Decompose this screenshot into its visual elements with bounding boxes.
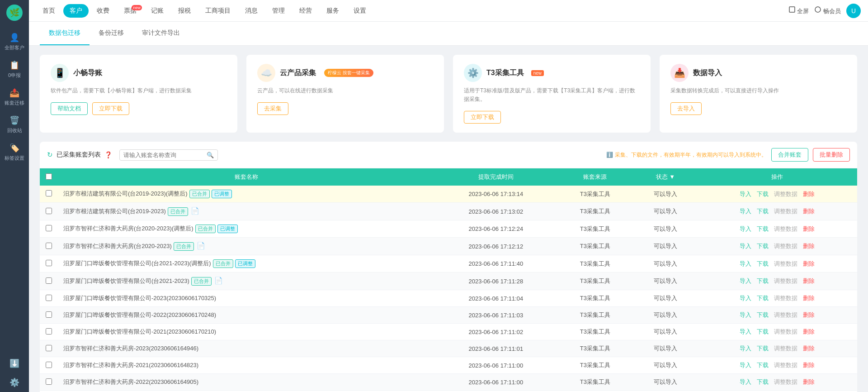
file-icon[interactable]: 📄 — [214, 277, 223, 284]
action-删除[interactable]: 删除 — [803, 344, 815, 353]
action-导入[interactable]: 导入 — [740, 242, 751, 250]
search-icon[interactable]: 🔍 — [207, 152, 214, 158]
go-import-button[interactable]: 去导入 — [670, 102, 702, 115]
action-下载[interactable]: 下载 — [757, 207, 769, 215]
sidebar-item-settings[interactable]: ⚙️ — [0, 373, 29, 392]
row-checkbox[interactable] — [46, 345, 52, 351]
search-input[interactable] — [123, 152, 205, 158]
action-调整数据[interactable]: 调整数据 — [774, 344, 797, 353]
action-下载[interactable]: 下载 — [757, 277, 769, 285]
t3-download-button[interactable]: 立即下载 — [464, 111, 501, 124]
row-checkbox[interactable] — [46, 243, 52, 249]
fullscreen-btn[interactable]: 全屏 — [788, 6, 809, 15]
action-下载[interactable]: 下载 — [757, 260, 769, 268]
action-下载[interactable]: 下载 — [757, 328, 769, 336]
nav-service[interactable]: 服务 — [320, 4, 345, 18]
sidebar-item-all-clients[interactable]: 👤 全部客户 — [0, 28, 29, 56]
action-调整数据[interactable]: 调整数据 — [774, 361, 797, 369]
action-下载[interactable]: 下载 — [757, 344, 769, 353]
action-导入[interactable]: 导入 — [740, 344, 751, 353]
action-调整数据[interactable]: 调整数据 — [774, 190, 797, 198]
merge-accounts-button[interactable]: 合并账套 — [771, 148, 808, 162]
refresh-icon[interactable]: ↻ — [47, 151, 53, 159]
action-导入[interactable]: 导入 — [740, 311, 751, 319]
action-导入[interactable]: 导入 — [740, 277, 751, 285]
file-icon[interactable]: 📄 — [191, 207, 199, 215]
sidebar-item-zero-report[interactable]: 📋 0申报 — [0, 56, 29, 83]
action-下载[interactable]: 下载 — [757, 311, 769, 319]
user-avatar[interactable]: U — [846, 4, 861, 18]
row-checkbox[interactable] — [46, 378, 52, 385]
row-checkbox[interactable] — [46, 225, 52, 231]
action-下载[interactable]: 下载 — [757, 378, 769, 386]
action-调整数据[interactable]: 调整数据 — [774, 311, 797, 319]
action-调整数据[interactable]: 调整数据 — [774, 328, 797, 336]
nav-home[interactable]: 首页 — [36, 4, 61, 18]
action-删除[interactable]: 删除 — [803, 242, 815, 250]
row-checkbox[interactable] — [46, 260, 52, 266]
action-调整数据[interactable]: 调整数据 — [774, 207, 797, 215]
action-删除[interactable]: 删除 — [803, 378, 815, 386]
action-调整数据[interactable]: 调整数据 — [774, 277, 797, 285]
nav-messages[interactable]: 消息 — [239, 4, 264, 18]
action-删除[interactable]: 删除 — [803, 277, 815, 285]
action-删除[interactable]: 删除 — [803, 190, 815, 198]
action-导入[interactable]: 导入 — [740, 361, 751, 369]
nav-fees[interactable]: 收费 — [90, 4, 116, 18]
nav-bookkeeping[interactable]: 记账 — [145, 4, 170, 18]
nav-business[interactable]: 工商项目 — [199, 4, 237, 18]
help-icon[interactable]: ❓ — [104, 151, 112, 158]
tab-backup-migration[interactable]: 备份迁移 — [90, 22, 133, 45]
batch-delete-button[interactable]: 批量删除 — [813, 148, 850, 162]
action-删除[interactable]: 删除 — [803, 207, 815, 215]
app-logo[interactable]: 🌿 — [6, 5, 23, 21]
action-删除[interactable]: 删除 — [803, 328, 815, 336]
tab-data-migration[interactable]: 数据包迁移 — [40, 22, 90, 45]
sidebar-item-recycle[interactable]: 🗑️ 回收站 — [0, 111, 29, 139]
sidebar-item-download[interactable]: ⬇️ — [0, 354, 29, 373]
row-checkbox[interactable] — [46, 190, 52, 196]
nav-clients[interactable]: 客户 — [63, 4, 89, 18]
row-checkbox[interactable] — [46, 328, 52, 335]
action-删除[interactable]: 删除 — [803, 225, 815, 233]
action-下载[interactable]: 下载 — [757, 294, 769, 302]
action-导入[interactable]: 导入 — [740, 294, 751, 302]
member-btn[interactable]: 畅会员 — [814, 6, 841, 15]
action-导入[interactable]: 导入 — [740, 260, 751, 268]
row-checkbox[interactable] — [46, 208, 52, 214]
action-调整数据[interactable]: 调整数据 — [774, 242, 797, 250]
action-下载[interactable]: 下载 — [757, 361, 769, 369]
help-doc-button[interactable]: 帮助文档 — [51, 102, 88, 115]
action-导入[interactable]: 导入 — [740, 190, 751, 198]
nav-tax[interactable]: 报税 — [172, 4, 197, 18]
action-下载[interactable]: 下载 — [757, 242, 769, 250]
action-导入[interactable]: 导入 — [740, 207, 751, 215]
sidebar-item-labels[interactable]: 🏷️ 标签设置 — [0, 139, 29, 166]
row-checkbox[interactable] — [46, 311, 52, 318]
nav-operations[interactable]: 经营 — [293, 4, 318, 18]
action-删除[interactable]: 删除 — [803, 361, 815, 369]
action-下载[interactable]: 下载 — [757, 225, 769, 233]
action-导入[interactable]: 导入 — [740, 328, 751, 336]
action-删除[interactable]: 删除 — [803, 311, 815, 319]
file-icon[interactable]: 📄 — [197, 242, 205, 249]
row-checkbox[interactable] — [46, 277, 52, 284]
nav-management[interactable]: 管理 — [266, 4, 291, 18]
action-删除[interactable]: 删除 — [803, 260, 815, 268]
row-checkbox[interactable] — [46, 362, 52, 368]
action-删除[interactable]: 删除 — [803, 294, 815, 302]
nav-invoices[interactable]: 票据 new — [118, 4, 143, 18]
sidebar-item-account-migration[interactable]: 📤 账套迁移 — [0, 83, 29, 111]
tab-audit-export[interactable]: 审计文件导出 — [133, 22, 189, 45]
action-导入[interactable]: 导入 — [740, 225, 751, 233]
action-导入[interactable]: 导入 — [740, 378, 751, 386]
action-调整数据[interactable]: 调整数据 — [774, 294, 797, 302]
action-调整数据[interactable]: 调整数据 — [774, 260, 797, 268]
go-collect-button[interactable]: 去采集 — [257, 102, 288, 115]
nav-settings[interactable]: 设置 — [347, 4, 373, 18]
row-checkbox[interactable] — [46, 295, 52, 301]
download-now-button[interactable]: 立即下载 — [92, 102, 129, 115]
action-调整数据[interactable]: 调整数据 — [774, 378, 797, 386]
action-下载[interactable]: 下载 — [757, 190, 769, 198]
action-调整数据[interactable]: 调整数据 — [774, 225, 797, 233]
